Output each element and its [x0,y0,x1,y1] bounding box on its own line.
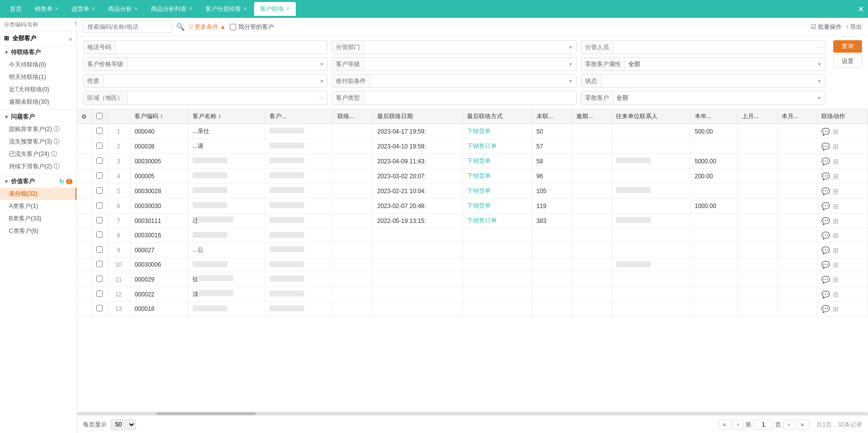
td-checkbox[interactable] [92,258,107,272]
grid-icon-action[interactable]: ⊞ [833,276,839,284]
row-checkbox[interactable] [96,290,103,297]
tab-product-analysis-list-close[interactable]: ✕ [189,2,193,16]
sidebar-item-churn-risk[interactable]: 流失预警客户(3) ⓘ [0,136,76,148]
first-page-button[interactable]: « [719,420,731,430]
chat-icon[interactable]: 💬 [821,187,830,195]
chevron-down-icon-8[interactable]: ▼ [814,95,825,101]
grid-icon-action[interactable]: ⊞ [833,187,839,195]
chat-icon[interactable]: 💬 [821,157,830,165]
filter-search-button[interactable]: 🔍 [176,23,185,31]
last-page-button[interactable]: » [796,420,808,430]
chat-icon[interactable]: 💬 [821,276,830,284]
td-checkbox[interactable] [92,199,107,214]
last-method-link[interactable]: 下销售订单 [467,217,497,224]
tab-product-analysis[interactable]: 商品分析 ✕ [102,2,144,16]
sidebar-collapse-icon[interactable]: « [68,35,72,43]
td-checkbox[interactable] [92,124,107,139]
sidebar-item-classC[interactable]: C类客户(6) [0,225,76,237]
chat-icon[interactable]: 💬 [821,290,830,298]
grid-icon-action[interactable]: ⊞ [833,202,839,210]
sidebar-section-pending[interactable]: ▼ 待联络客户 [0,46,76,59]
th-settings[interactable]: ⚙ [77,109,92,124]
td-checkbox[interactable] [92,139,107,154]
row-checkbox[interactable] [96,231,103,238]
row-checkbox[interactable] [96,172,103,179]
chat-icon[interactable]: 💬 [821,261,830,269]
chat-icon[interactable]: 💬 [821,202,830,210]
tab-customer-contact-close[interactable]: ✕ [286,2,290,16]
chevron-down-icon-5[interactable]: ▼ [316,78,327,84]
select-all-checkbox[interactable] [96,113,103,119]
chat-icon[interactable]: 💬 [821,217,830,225]
td-checkbox[interactable] [92,214,107,228]
sidebar-section-value[interactable]: ▼ 价值客户 ↻ ! [0,175,76,188]
sidebar-item-overdue[interactable]: 逾期未联络(30) [0,96,76,108]
td-checkbox[interactable] [92,184,107,199]
chat-icon[interactable]: 💬 [821,128,830,136]
sidebar-item-today[interactable]: 今天待联络(0) [0,59,76,71]
tab-customer-segment-close[interactable]: ✕ [243,2,247,16]
tab-product-analysis-list[interactable]: 商品分析列表 ✕ [145,2,199,16]
chat-icon[interactable]: 💬 [821,143,830,150]
td-checkbox[interactable] [92,302,107,316]
chevron-down-icon-7[interactable]: ▼ [814,78,825,84]
chat-icon[interactable]: 💬 [821,172,830,180]
row-checkbox[interactable] [96,202,103,209]
chat-icon[interactable]: 💬 [821,246,830,254]
horizontal-scrollbar[interactable] [77,412,868,416]
grid-icon-action[interactable]: ⊞ [833,172,839,180]
tab-home[interactable]: 首页 [4,2,28,16]
last-method-link[interactable]: 下销售订单 [467,143,497,149]
grid-icon-action[interactable]: ⊞ [833,246,839,254]
row-checkbox[interactable] [96,261,103,267]
td-checkbox[interactable] [92,169,107,184]
td-checkbox[interactable] [92,154,107,169]
query-button[interactable]: 查询 [833,40,862,53]
next-page-button[interactable]: › [783,420,794,430]
row-checkbox[interactable] [96,187,103,194]
export-button[interactable]: ↑ 导出 [846,23,862,31]
grid-icon-action[interactable]: ⊞ [833,157,839,165]
batch-op-button[interactable]: ☑ 批量操作 [811,23,842,31]
scrollbar-thumb[interactable] [156,412,256,415]
filter-search-input[interactable] [83,21,172,33]
sidebar-item-tomorrow[interactable]: 明天待联络(1) [0,71,76,83]
tab-product-analysis-close[interactable]: ✕ [134,2,138,16]
reset-button[interactable]: 设置 [833,55,862,68]
chevron-down-icon-2[interactable]: ▼ [316,62,327,67]
row-checkbox[interactable] [96,157,103,164]
row-checkbox[interactable] [96,305,103,311]
th-customer-code[interactable]: 客户编码 ↕ [131,109,189,124]
row-checkbox[interactable] [96,143,103,149]
row-checkbox[interactable] [96,276,103,282]
chevron-down-icon[interactable]: ▼ [565,45,576,50]
sidebar-item-declining[interactable]: 持续下滑客户(2) ⓘ [0,160,76,173]
chat-icon[interactable]: 💬 [821,231,830,239]
chat-icon[interactable]: 💬 [821,305,830,313]
refresh-icon[interactable]: ↻ [59,178,64,185]
row-checkbox[interactable] [96,128,103,134]
sidebar-item-near7[interactable]: 近7天待联络(0) [0,83,76,96]
chevron-down-icon-4[interactable]: ▼ [814,62,825,67]
sidebar-section-problem[interactable]: ▼ 问题客户 [0,111,76,123]
close-window-button[interactable]: ✕ [858,4,864,14]
filter-retail-value[interactable]: 全部 [613,94,814,102]
td-checkbox[interactable] [92,272,107,287]
sidebar-search-input[interactable] [4,21,72,27]
last-method-link[interactable]: 下销货单 [467,128,491,135]
filter-retail-attr-value[interactable]: 全部 [625,60,814,69]
grid-icon-action[interactable]: ⊞ [833,217,839,225]
sidebar-item-lost[interactable]: 已流失客户(24) ⓘ [0,148,76,160]
sidebar-item-unclassified[interactable]: 未分组(32) [0,188,76,200]
tab-customer-segment[interactable]: 客户分层经客 ✕ [200,2,253,16]
td-checkbox[interactable] [92,243,107,258]
th-checkbox[interactable] [92,109,107,124]
last-method-link[interactable]: 下销货单 [467,172,491,179]
chevron-down-icon-6[interactable]: ▼ [565,78,576,84]
tab-sales[interactable]: 销售单 ✕ [29,2,65,16]
last-method-link[interactable]: 下销货单 [467,202,491,209]
grid-icon-action[interactable]: ⊞ [833,231,839,239]
tab-customer-contact[interactable]: 客户联络 ✕ [254,2,296,16]
grid-icon-action[interactable]: ⊞ [833,305,839,313]
tab-sales-close[interactable]: ✕ [55,2,59,16]
